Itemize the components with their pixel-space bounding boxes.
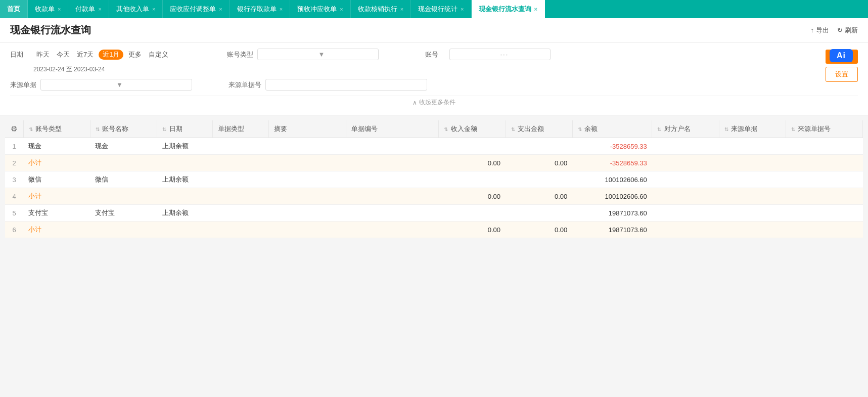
page-title: 现金银行流水查询 xyxy=(10,23,91,37)
collapse-bar[interactable]: ∧ 收起更多条件 xyxy=(10,96,858,109)
date-filter: 日期 昨天 今天 近7天 近1月 更多 自定义 xyxy=(10,50,170,60)
col-date[interactable]: ⇅ 日期 xyxy=(157,120,213,138)
refresh-icon: ↻ xyxy=(837,26,843,34)
table-row: 5支付宝支付宝上期余额19871073.60 xyxy=(5,205,863,222)
col-doc-type[interactable]: 单据类型 xyxy=(212,120,268,138)
page-header: 现金银行流水查询 ↑ 导出 ↻ 刷新 xyxy=(0,18,868,42)
chevron-down-icon: ▼ xyxy=(318,51,374,58)
chevron-down-icon: ▼ xyxy=(116,81,188,89)
ellipsis-icon[interactable]: ··· xyxy=(500,51,546,58)
date-opt-yesterday[interactable]: 昨天 xyxy=(34,50,52,60)
col-source-doc[interactable]: ⇅ 来源单据 xyxy=(719,120,786,138)
source-doc-num-filter: 来源单据号 xyxy=(229,79,427,91)
col-counterparty[interactable]: ⇅ 对方户名 xyxy=(652,120,719,138)
sort-icon: ⇅ xyxy=(511,126,515,132)
sort-icon: ⇅ xyxy=(444,126,448,132)
col-settings[interactable]: ⚙ xyxy=(5,120,23,138)
close-icon[interactable]: × xyxy=(461,6,464,12)
account-type-dropdown[interactable]: ▼ xyxy=(257,49,379,60)
gear-icon[interactable]: ⚙ xyxy=(11,124,17,133)
chevron-up-icon: ∧ xyxy=(413,99,417,106)
export-button[interactable]: ↑ 导出 xyxy=(811,26,830,35)
close-icon[interactable]: × xyxy=(400,6,403,12)
account-dropdown[interactable]: ··· xyxy=(449,49,551,60)
sort-icon: ⇅ xyxy=(96,126,100,132)
col-expense[interactable]: ⇅ 支出金额 xyxy=(506,120,572,138)
sort-icon: ⇅ xyxy=(724,126,728,132)
date-options: 昨天 今天 近7天 近1月 更多 自定义 xyxy=(34,50,170,60)
table-row: 4小计0.000.00100102606.60 xyxy=(5,188,863,205)
data-table-container: ⚙ ⇅ 账号类型 ⇅ 账号名称 ⇅ 日期 单据类型 xyxy=(5,120,863,238)
col-balance[interactable]: ⇅ 余额 xyxy=(572,120,652,138)
close-icon[interactable]: × xyxy=(534,6,537,12)
export-icon: ↑ xyxy=(811,26,814,34)
source-doc-label: 来源单据 xyxy=(10,80,36,90)
close-icon[interactable]: × xyxy=(219,6,222,12)
col-account-type[interactable]: ⇅ 账号类型 xyxy=(23,120,90,138)
date-label: 日期 xyxy=(10,50,30,59)
col-summary[interactable]: 摘要 xyxy=(269,120,346,138)
filter-section: 日期 昨天 今天 近7天 近1月 更多 自定义 账号类型 xyxy=(0,42,868,115)
date-opt-custom[interactable]: 自定义 xyxy=(147,50,170,60)
source-doc-dropdown[interactable]: ▼ xyxy=(40,79,192,91)
nav-tab-2[interactable]: 其他收入单 × xyxy=(109,0,163,18)
nav-tab-3[interactable]: 应收应付调整单 × xyxy=(163,0,230,18)
col-income[interactable]: ⇅ 收入金额 xyxy=(439,120,506,138)
date-range-display: 2023-02-24 至 2023-03-24 xyxy=(33,66,105,73)
nav-tab-4[interactable]: 银行存取款单 × xyxy=(230,0,290,18)
col-doc-no[interactable]: 单据编号 xyxy=(346,120,439,138)
account-type-label: 账号类型 xyxy=(227,50,253,59)
source-doc-num-input[interactable] xyxy=(270,81,423,89)
sort-icon: ⇅ xyxy=(29,126,33,132)
refresh-button[interactable]: ↻ 刷新 xyxy=(837,26,858,35)
close-icon[interactable]: × xyxy=(340,6,343,12)
col-source-doc-no[interactable]: ⇅ 来源单据号 xyxy=(786,120,862,138)
ai-badge[interactable]: Ai xyxy=(830,49,853,62)
date-opt-7days[interactable]: 近7天 xyxy=(75,50,96,60)
table-row: 6小计0.000.0019871073.60 xyxy=(5,222,863,238)
nav-tab-7[interactable]: 现金银行统计 × xyxy=(411,0,471,18)
date-opt-more[interactable]: 更多 xyxy=(126,50,144,60)
nav-tab-5[interactable]: 预收冲应收单 × xyxy=(290,0,350,18)
close-icon[interactable]: × xyxy=(280,6,283,12)
table-row: 3微信微信上期余额100102606.60 xyxy=(5,171,863,188)
header-actions: ↑ 导出 ↻ 刷新 xyxy=(811,26,858,35)
nav-tab-home[interactable]: 首页 xyxy=(0,0,28,18)
source-doc-num-label: 来源单据号 xyxy=(229,80,261,90)
close-icon[interactable]: × xyxy=(58,6,61,12)
sort-icon: ⇅ xyxy=(657,126,661,132)
nav-tab-0[interactable]: 收款单 × xyxy=(28,0,68,18)
sort-icon: ⇅ xyxy=(578,126,582,132)
account-type-filter: 账号类型 ▼ xyxy=(227,49,379,60)
data-table: ⚙ ⇅ 账号类型 ⇅ 账号名称 ⇅ 日期 单据类型 xyxy=(5,120,863,238)
nav-tab-1[interactable]: 付款单 × xyxy=(68,0,109,18)
table-row: 2小计0.000.00-3528659.33 xyxy=(5,155,863,171)
account-filter: 账号 ··· xyxy=(425,49,551,60)
nav-tab-8[interactable]: 现金银行流水查询 × xyxy=(472,0,545,18)
sort-icon: ⇅ xyxy=(791,126,795,132)
account-label: 账号 xyxy=(425,50,445,59)
date-opt-today[interactable]: 今天 xyxy=(55,50,72,60)
source-doc-filter: 来源单据 ▼ xyxy=(10,79,192,91)
collapse-label: 收起更多条件 xyxy=(419,98,455,107)
close-icon[interactable]: × xyxy=(152,6,155,12)
top-navigation: 首页 收款单 × 付款单 × 其他收入单 × 应收应付调整单 × 银行存取款单 … xyxy=(0,0,868,18)
close-icon[interactable]: × xyxy=(98,6,101,12)
nav-tab-6[interactable]: 收款核销执行 × xyxy=(351,0,411,18)
date-opt-1month[interactable]: 近1月 xyxy=(99,50,123,60)
table-row: 1现金现金上期余额-3528659.33 xyxy=(5,138,863,155)
source-doc-num-input-wrap xyxy=(265,79,427,91)
settings-button[interactable]: 设置 xyxy=(826,67,858,82)
sort-icon: ⇅ xyxy=(162,126,166,132)
col-account-name[interactable]: ⇅ 账号名称 xyxy=(90,120,157,138)
